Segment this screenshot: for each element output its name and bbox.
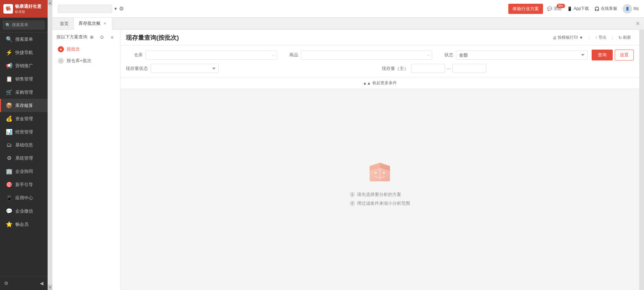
sidebar-search-area[interactable]: 🔍 搜索菜单 [0,18,48,33]
warehouse-input[interactable] [146,51,277,60]
sidebar-item-system[interactable]: ⚙系统管理 [0,151,48,165]
stock-status-label: 现存量状态 [126,66,148,72]
sidebar-item-label: 销售管理 [15,76,33,82]
search-row-1: 仓库 ··· 商品 ··· 状态 [126,50,634,60]
warehouse-field: 仓库 ··· [126,51,277,60]
product-input[interactable] [301,51,433,60]
app-title-group: 畅康通好生意 标准版 [15,4,41,14]
query-button[interactable]: 查询 [592,50,613,60]
stock-main-from-input[interactable] [411,64,445,73]
empty-hint-1: 1 请先选择要分析的方案 [350,192,410,198]
sidebar-scroll-nav: ▲ ▼ [48,0,52,290]
sidebar-item-search[interactable]: 🔍搜索菜单 [0,33,48,46]
print-template-button[interactable]: 🖨 按模板打印 ▼ [550,33,586,42]
sidebar-item-label: 搜索菜单 [15,36,33,42]
print-icon: 🖨 [553,35,557,40]
sidebar-item-apps[interactable]: 📱应用中心 [0,191,48,204]
hint-num-2: 2 [350,201,355,206]
app-title: 畅康通好生意 [15,4,41,10]
refresh-icon: ↻ [618,35,622,40]
message-item[interactable]: 💬 消息 99+ [547,6,562,12]
status-field: 状态 全部 [436,51,588,60]
sidebar-item-operation[interactable]: 📊经营管理 [0,125,48,139]
collapse-more-bar[interactable]: ▲▲ 收起更多条件 [120,77,639,89]
main-area: ▼ ⚙ 体验行业方案 💬 消息 99+ 📱 App下载 🎧 在线客服 [52,0,644,290]
filter-item-by-warehouse-batch[interactable]: ○ 按仓库+批次 [52,55,120,67]
sidebar-footer: ⚙ ◀ [0,276,48,290]
tab-inventory-batch[interactable]: 库存批次账 ✕ [74,18,112,30]
sidebar-item-label: 资金管理 [15,116,33,122]
trial-button[interactable]: 体验行业方案 [508,4,543,14]
status-input-wrapper: 全部 [456,51,588,60]
topbar-right: 💬 消息 99+ 📱 App下载 🎧 在线客服 👤 Rit [547,4,639,14]
topbar-gear-button[interactable]: ⚙ [119,5,124,12]
action-divider-2: | [612,35,613,40]
empty-hint-2: 2 用过滤条件来缩小分析范围 [350,200,410,206]
inventory-icon: 📦 [6,102,13,109]
filter-add-button[interactable]: ⊕ [88,33,96,41]
tab-home[interactable]: 首页 [55,18,74,30]
status-select[interactable]: 全部 [456,51,588,60]
online-service-item[interactable]: 🎧 在线客服 [594,6,617,12]
stock-main-dash: — [446,66,451,71]
empty-state: 1 请先选择要分析的方案 2 用过滤条件来缩小分析范围 [120,89,639,290]
sidebar-item-inventory[interactable]: 📦库存核算 [0,99,48,112]
close-icon: ✕ [635,21,640,26]
export-button[interactable]: ↑ 导出 [593,33,609,42]
search-menu-button[interactable]: 🔍 搜索菜单 [3,20,45,30]
tab-close-button[interactable]: ✕ [103,21,107,26]
scroll-up-arrow[interactable]: ▲ [48,0,52,5]
dropdown-icon: ▼ [114,6,118,11]
sidebar-item-corp[interactable]: 🏢企业协同 [0,165,48,178]
print-dropdown-icon: ▼ [579,35,583,40]
sidebar-item-guide[interactable]: 🎯新手引导 [0,178,48,191]
action-divider-1: | [589,35,590,40]
app-download-item[interactable]: 📱 App下载 [567,6,589,12]
message-badge: 99+ [557,4,565,8]
phone-icon: 📱 [567,6,572,11]
settings-button[interactable]: 设置 [615,50,634,60]
sidebar-item-label: 快捷导航 [15,50,33,56]
topbar-dropdown-button[interactable]: ▼ [114,6,118,11]
warehouse-more-icon[interactable]: ··· [272,53,275,57]
sidebar-settings-button[interactable]: ⚙ [3,279,10,287]
tabbar-close-main-button[interactable]: ✕ [631,20,644,27]
sidebar-item-finance[interactable]: 💰资金管理 [0,112,48,125]
sidebar: 畅 畅康通好生意 标准版 🔍 搜索菜单 🔍搜索菜单⚡快捷导航📢营销推广📋销售管理… [0,0,48,290]
sidebar-item-sales[interactable]: 📋销售管理 [0,72,48,86]
sidebar-item-quicknav[interactable]: ⚡快捷导航 [0,46,48,59]
topbar-search-input[interactable] [58,5,112,13]
filter-collapse-icon: « [111,34,114,40]
export-icon: ↑ [595,35,597,40]
product-field: 商品 ··· [281,51,433,60]
topbar: ▼ ⚙ 体验行业方案 💬 消息 99+ 📱 App下载 🎧 在线客服 [52,0,644,18]
sidebar-item-label: 应用中心 [15,195,33,201]
system-icon: ⚙ [6,155,13,161]
page-actions: 🖨 按模板打印 ▼ | ↑ 导出 | ↻ 刷新 [550,33,634,42]
member-icon: ⭐ [6,221,13,228]
wechat-icon: 💬 [6,208,13,214]
right-scroll[interactable] [639,30,644,290]
sidebar-item-label: 库存核算 [15,103,33,109]
stock-main-label: 现存量（主） [382,66,408,72]
refresh-button[interactable]: ↻ 刷新 [616,33,634,42]
filter-item-by-batch[interactable]: ● 按批次 [52,43,120,55]
settings-icon: ⚙ [4,280,9,286]
sidebar-item-marketing[interactable]: 📢营销推广 [0,59,48,72]
user-item[interactable]: 👤 Rit [623,4,639,14]
stock-status-select[interactable] [151,64,219,73]
empty-icon [363,152,397,186]
sidebar-item-member[interactable]: ⭐畅会员 [0,218,48,231]
sidebar-item-wechat[interactable]: 💬企业微信 [0,204,48,218]
scroll-down-arrow[interactable]: ▼ [48,285,52,290]
quicknav-icon: ⚡ [6,49,13,56]
sidebar-item-basic[interactable]: 🗂基础信息 [0,139,48,151]
product-more-icon[interactable]: ··· [427,53,430,57]
filter-collapse-button[interactable]: « [108,33,116,41]
sidebar-item-purchase[interactable]: 🛒采购管理 [0,86,48,99]
filter-settings-button[interactable]: ⊙ [98,33,106,41]
sidebar-item-label: 系统管理 [15,155,33,161]
sidebar-collapse-button[interactable]: ◀ [38,279,45,287]
stock-main-to-input[interactable] [452,64,486,73]
stock-status-input-wrapper [151,64,378,73]
